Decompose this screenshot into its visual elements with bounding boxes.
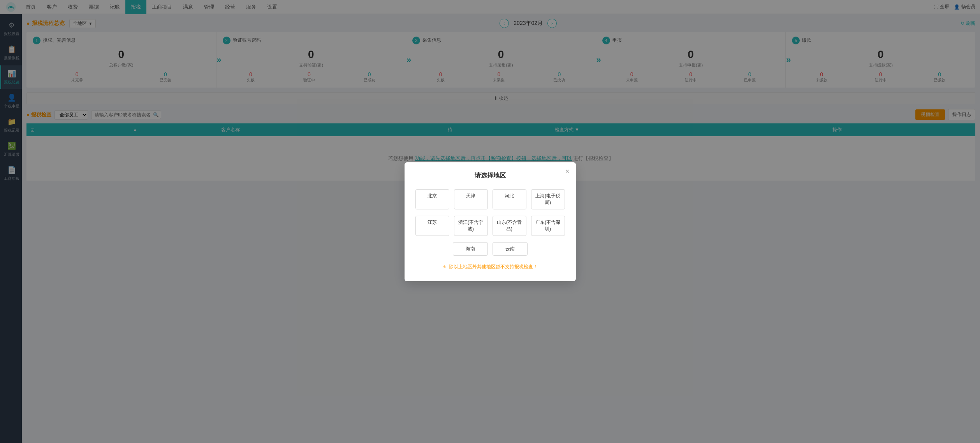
modal-warning: ⚠ 除以上地区外其他地区暂不支持报税检查！ — [415, 264, 565, 270]
region-btn-yunnan[interactable]: 云南 — [493, 242, 528, 256]
region-btn-jiangsu[interactable]: 江苏 — [415, 216, 449, 236]
region-row-2: 江苏 浙江(不含宁波) 山东(不含青岛) 广东(不含深圳) — [415, 216, 565, 236]
region-row-1: 北京 天津 河北 上海(电子税局) — [415, 189, 565, 209]
region-select-modal: × 请选择地区 北京 天津 河北 上海(电子税局) 江苏 浙江(不含宁波) 山东… — [405, 162, 576, 281]
region-btn-tianjin[interactable]: 天津 — [454, 189, 488, 209]
region-btn-shandong[interactable]: 山东(不含青岛) — [493, 216, 526, 236]
modal-overlay[interactable]: × 请选择地区 北京 天津 河北 上海(电子税局) 江苏 浙江(不含宁波) 山东… — [0, 0, 980, 443]
region-btn-zhejiang[interactable]: 浙江(不含宁波) — [454, 216, 488, 236]
warning-text: 除以上地区外其他地区暂不支持报税检查！ — [449, 264, 538, 270]
region-btn-shanghai[interactable]: 上海(电子税局) — [531, 189, 565, 209]
region-row-3: 海南 云南 — [415, 242, 565, 256]
modal-title: 请选择地区 — [415, 172, 565, 180]
region-btn-hainan[interactable]: 海南 — [453, 242, 488, 256]
region-btn-guangdong[interactable]: 广东(不含深圳) — [531, 216, 565, 236]
region-btn-hebei[interactable]: 河北 — [493, 189, 526, 209]
modal-close-button[interactable]: × — [565, 168, 570, 175]
warning-icon: ⚠ — [442, 264, 447, 269]
region-btn-beijing[interactable]: 北京 — [415, 189, 449, 209]
